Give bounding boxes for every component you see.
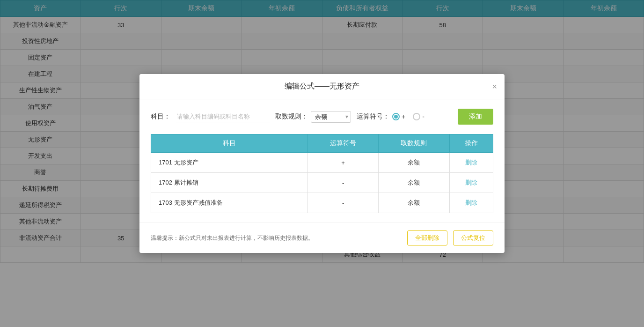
radio-plus-circle	[392, 113, 400, 120]
radio-minus-circle	[413, 113, 420, 120]
modal-header: 编辑公式——无形资产 ×	[139, 74, 505, 99]
delete-all-button[interactable]: 全部删除	[407, 230, 447, 245]
radio-minus-label: -	[422, 113, 424, 120]
formula-col-header: 科目	[151, 134, 308, 153]
formula-table-row: 1701 无形资产+余额删除	[151, 153, 493, 173]
delete-row-link[interactable]: 删除	[465, 179, 477, 186]
tip-text: 温馨提示：新公式只对未出报表进行计算，不影响历史报表数据。	[151, 234, 314, 242]
formula-table-row: 1702 累计摊销-余额删除	[151, 173, 493, 193]
delete-row-link[interactable]: 删除	[465, 199, 477, 206]
formula-subject-cell: 1702 累计摊销	[151, 173, 308, 193]
formula-rule-cell: 余额	[379, 153, 449, 173]
formula-subject-cell: 1701 无形资产	[151, 153, 308, 173]
modal-overlay: 编辑公式——无形资产 × 科目： 取数规则： 余额 借方 贷方 借方累计	[0, 0, 644, 327]
footer-buttons: 全部删除 公式复位	[407, 230, 493, 245]
subject-input[interactable]	[176, 111, 270, 122]
radio-plus[interactable]: +	[392, 113, 405, 120]
modal-dialog: 编辑公式——无形资产 × 科目： 取数规则： 余额 借方 贷方 借方累计	[139, 74, 505, 253]
formula-table-row: 1703 无形资产减值准备-余额删除	[151, 193, 493, 213]
rule-select[interactable]: 余额 借方 贷方 借方累计 贷方累计	[311, 111, 351, 123]
modal-body: 科目： 取数规则： 余额 借方 贷方 借方累计 贷方累计 ▾	[139, 99, 505, 223]
formula-operator-cell: -	[307, 173, 378, 193]
rule-label: 取数规则：	[275, 112, 308, 121]
formula-operator-cell: +	[307, 153, 378, 173]
radio-minus[interactable]: -	[413, 113, 424, 120]
formula-action-cell: 删除	[449, 173, 493, 193]
formula-col-header: 操作	[449, 134, 493, 153]
rule-select-wrapper: 余额 借方 贷方 借方累计 贷方累计 ▾	[311, 111, 351, 123]
formula-rule-cell: 余额	[379, 193, 449, 213]
add-button[interactable]: 添加	[458, 109, 493, 125]
formula-operator-cell: -	[307, 193, 378, 213]
reset-button[interactable]: 公式复位	[453, 230, 493, 245]
modal-title: 编辑公式——无形资产	[285, 82, 359, 91]
operator-radio-group: + -	[392, 113, 424, 120]
operator-group: 运算符号： + -	[357, 112, 424, 121]
formula-col-header: 运算符号	[307, 134, 378, 153]
operator-label: 运算符号：	[357, 112, 389, 121]
rule-group: 取数规则： 余额 借方 贷方 借方累计 贷方累计 ▾	[275, 111, 351, 123]
radio-plus-label: +	[402, 113, 405, 120]
formula-subject-cell: 1703 无形资产减值准备	[151, 193, 308, 213]
form-row: 科目： 取数规则： 余额 借方 贷方 借方累计 贷方累计 ▾	[151, 109, 493, 125]
close-icon[interactable]: ×	[492, 82, 497, 91]
formula-table: 科目运算符号取数规则操作 1701 无形资产+余额删除1702 累计摊销-余额删…	[151, 134, 493, 213]
formula-col-header: 取数规则	[379, 134, 449, 153]
formula-action-cell: 删除	[449, 193, 493, 213]
formula-action-cell: 删除	[449, 153, 493, 173]
modal-footer: 温馨提示：新公式只对未出报表进行计算，不影响历史报表数据。 全部删除 公式复位	[139, 223, 505, 253]
formula-rule-cell: 余额	[379, 173, 449, 193]
subject-label: 科目：	[151, 112, 170, 121]
delete-row-link[interactable]: 删除	[465, 159, 477, 166]
